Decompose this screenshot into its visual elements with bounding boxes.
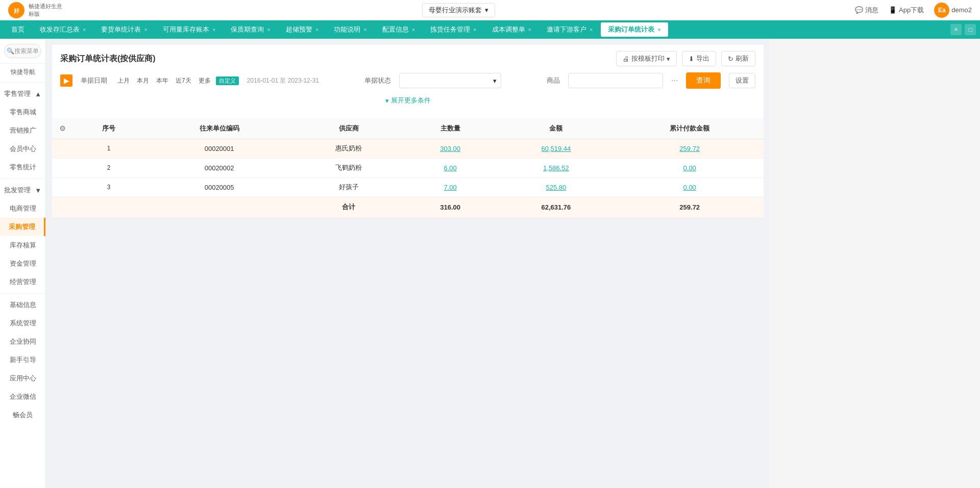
sidebar-item-member-center[interactable]: 会员中心 bbox=[0, 140, 45, 158]
table-body: 1 00020001 惠氏奶粉 303.00 60,519.44 259.72 … bbox=[52, 139, 764, 197]
row-3-quantity[interactable]: 7.00 bbox=[404, 177, 497, 197]
table-col-index: 序号 bbox=[72, 118, 145, 139]
chevron-down-icon-2: ▼ bbox=[35, 187, 41, 194]
row-2-amount[interactable]: 1,586.52 bbox=[497, 158, 616, 177]
table-col-unit-code: 往来单位编码 bbox=[145, 118, 293, 139]
row-3-supplier: 好孩子 bbox=[293, 177, 404, 197]
user-profile[interactable]: Ea demo2 bbox=[934, 3, 972, 18]
table-header-row: ⚙ 序号 往来单位编码 供应商 主数量 金额 累计付款金额 bbox=[52, 118, 764, 139]
filter-area: ▶ 单据日期 上月 本月 本年 近7天 更多 自定义 2016-01-01 至 … bbox=[60, 72, 755, 114]
table-col-paid-amount: 累计付款金额 bbox=[616, 118, 764, 139]
main-layout: 🔍 搜索菜单 快捷导航 零售管理 ▲ 零售商城 营销推广 会员中心 零售统计 批… bbox=[0, 39, 980, 488]
tab-order-stats[interactable]: 要货单统计表 × bbox=[94, 22, 154, 37]
search-icon: 🔍 bbox=[7, 47, 14, 55]
tab-available-stock[interactable]: 可用量库存账本 × bbox=[156, 22, 223, 37]
page-card: 采购订单统计表(按供应商) 🖨 按模板打印 ▾ ⬇ 导出 ↻ bbox=[52, 45, 764, 217]
sidebar-item-guide[interactable]: 新手引导 bbox=[0, 351, 45, 369]
sidebar-item-app-center[interactable]: 应用中心 bbox=[0, 369, 45, 388]
row-3-amount[interactable]: 525.80 bbox=[497, 177, 616, 197]
sidebar-item-inventory[interactable]: 库存核算 bbox=[0, 236, 45, 254]
close-tab-purchase-order-stats[interactable]: × bbox=[657, 27, 660, 33]
close-tab-overstock-warning[interactable]: × bbox=[315, 27, 318, 33]
goods-filter-input[interactable] bbox=[568, 73, 663, 88]
page-title: 采购订单统计表(按供应商) bbox=[60, 54, 156, 64]
tab-home[interactable]: 首页 bbox=[4, 25, 32, 34]
sidebar-search-area: 🔍 搜索菜单 bbox=[0, 39, 45, 64]
close-tab-config-info[interactable]: × bbox=[412, 27, 415, 33]
close-tab-inventory-summary[interactable]: × bbox=[83, 27, 86, 33]
row-1-index: 1 bbox=[72, 139, 145, 158]
footer-paid-amount: 259.72 bbox=[616, 197, 764, 217]
restore-window-button[interactable]: □ bbox=[965, 24, 976, 35]
close-tab-available-stock[interactable]: × bbox=[212, 27, 215, 33]
sidebar-search-box[interactable]: 🔍 搜索菜单 bbox=[4, 44, 41, 58]
goods-more-icon[interactable]: ··· bbox=[671, 76, 678, 85]
sidebar-item-basic-info[interactable]: 基础信息 bbox=[0, 296, 45, 314]
row-1-quantity[interactable]: 303.00 bbox=[404, 139, 497, 158]
row-2-paid-amount[interactable]: 0.00 bbox=[616, 158, 764, 177]
table-row: 3 00020005 好孩子 7.00 525.80 0.00 bbox=[52, 177, 764, 197]
sidebar-item-ecommerce[interactable]: 电商管理 bbox=[0, 199, 45, 218]
shortcut-this-year[interactable]: 本年 bbox=[154, 75, 170, 86]
tab-pick-task[interactable]: 拣货任务管理 × bbox=[423, 22, 483, 37]
close-tab-order-stats[interactable]: × bbox=[144, 27, 147, 33]
sidebar-item-wholesale[interactable]: 批发管理 ▼ bbox=[0, 181, 45, 199]
sidebar-item-enterprise[interactable]: 企业协同 bbox=[0, 332, 45, 351]
date-range-display: 2016-01-01 至 2023-12-31 bbox=[247, 76, 319, 85]
workspace-label: 母婴行业演示账套 bbox=[429, 6, 482, 15]
tab-inventory-summary[interactable]: 收发存汇总表 × bbox=[33, 22, 93, 37]
status-chevron-icon: ▾ bbox=[493, 77, 497, 85]
tab-invite-customer[interactable]: 邀请下游客户 × bbox=[540, 22, 600, 37]
close-tab-cost-adjust[interactable]: × bbox=[528, 27, 531, 33]
table-col-settings[interactable]: ⚙ bbox=[52, 118, 72, 139]
close-tab-expiry-query[interactable]: × bbox=[267, 27, 270, 33]
quick-nav-button[interactable]: 快捷导航 bbox=[0, 64, 45, 80]
workspace-selector[interactable]: 母婴行业演示账套 ▾ bbox=[422, 3, 495, 17]
tab-function-desc[interactable]: 功能说明 × bbox=[327, 22, 374, 37]
sidebar-item-finance[interactable]: 资金管理 bbox=[0, 254, 45, 273]
app-download-button[interactable]: 📱 App下载 bbox=[889, 6, 924, 15]
shortcut-7days[interactable]: 近7天 bbox=[174, 75, 193, 86]
tab-expiry-query[interactable]: 保质期查询 × bbox=[224, 22, 277, 37]
close-tab-invite-customer[interactable]: × bbox=[590, 27, 593, 33]
table-row: 2 00020002 飞鹤奶粉 6.00 1,586.52 0.00 bbox=[52, 158, 764, 177]
sidebar-item-chang-member[interactable]: 畅会员 bbox=[0, 406, 45, 424]
expand-more-conditions-button[interactable]: ▾ 展开更多条件 bbox=[385, 96, 431, 105]
export-button[interactable]: ⬇ 导出 bbox=[682, 51, 716, 66]
status-select[interactable]: ▾ bbox=[399, 73, 501, 88]
messages-button[interactable]: 💬 消息 bbox=[855, 6, 878, 15]
sidebar-item-retail-management[interactable]: 零售管理 ▲ bbox=[0, 85, 45, 103]
sidebar-item-retail-stats[interactable]: 零售统计 bbox=[0, 158, 45, 176]
column-settings-icon[interactable]: ⚙ bbox=[59, 124, 66, 133]
chevron-down-icon: ▲ bbox=[35, 90, 41, 98]
row-2-supplier: 飞鹤奶粉 bbox=[293, 158, 404, 177]
sidebar-item-wechat[interactable]: 企业微信 bbox=[0, 388, 45, 406]
close-tab-pick-task[interactable]: × bbox=[473, 27, 476, 33]
sidebar-item-retail-shop[interactable]: 零售商城 bbox=[0, 103, 45, 121]
footer-label: 合计 bbox=[293, 197, 404, 217]
close-all-tabs-button[interactable]: × bbox=[950, 24, 962, 35]
content-area: 采购订单统计表(按供应商) 🖨 按模板打印 ▾ ⬇ 导出 ↻ bbox=[46, 39, 770, 488]
query-button[interactable]: 查询 bbox=[686, 72, 721, 89]
sidebar-item-system[interactable]: 系统管理 bbox=[0, 314, 45, 332]
tab-purchase-order-stats[interactable]: 采购订单统计表 × bbox=[601, 22, 668, 37]
expand-arrow-button[interactable]: ▶ bbox=[60, 74, 72, 87]
row-1-amount[interactable]: 60,519.44 bbox=[497, 139, 616, 158]
settings-button[interactable]: 设置 bbox=[729, 73, 755, 88]
shortcut-this-month[interactable]: 本月 bbox=[135, 75, 151, 86]
sidebar-item-purchase[interactable]: 采购管理 bbox=[0, 218, 45, 236]
shortcut-last-month[interactable]: 上月 bbox=[115, 75, 132, 86]
tab-overstock-warning[interactable]: 超储预警 × bbox=[279, 22, 326, 37]
shortcut-more[interactable]: 更多 bbox=[197, 75, 213, 86]
logo-text-line2: 标版 bbox=[29, 10, 62, 17]
print-button[interactable]: 🖨 按模板打印 ▾ bbox=[616, 51, 677, 66]
row-3-paid-amount[interactable]: 0.00 bbox=[616, 177, 764, 197]
row-1-paid-amount[interactable]: 259.72 bbox=[616, 139, 764, 158]
sidebar-item-operations[interactable]: 经营管理 bbox=[0, 273, 45, 291]
tab-cost-adjust[interactable]: 成本调整单 × bbox=[485, 22, 538, 37]
tab-config-info[interactable]: 配置信息 × bbox=[375, 22, 422, 37]
close-tab-function-desc[interactable]: × bbox=[363, 27, 366, 33]
row-2-quantity[interactable]: 6.00 bbox=[404, 158, 497, 177]
sidebar-item-marketing[interactable]: 营销推广 bbox=[0, 121, 45, 140]
refresh-button[interactable]: ↻ 刷新 bbox=[721, 51, 755, 66]
